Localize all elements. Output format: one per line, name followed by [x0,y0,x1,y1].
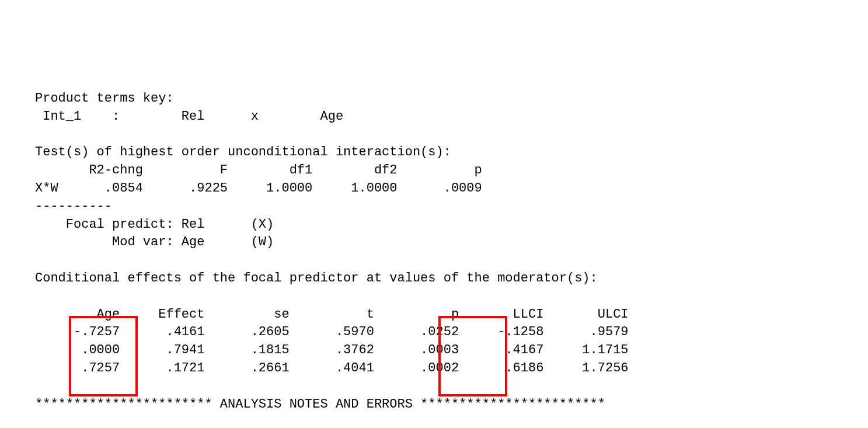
separator: ---------- [35,199,112,214]
conditional-row-3: .7257 .1721 .2661 .4041 .0002 .6186 1.72… [35,361,629,375]
output-text: Product terms key: Int_1 : Rel x Age Tes… [0,72,868,428]
conditional-row-1: -.7257 .4161 .2605 .5970 .0252 -.1258 .9… [35,325,629,339]
mod-var: Mod var: Age (W) [35,235,274,249]
conditional-header: Age Effect se t p LLCI ULCI [35,307,629,322]
test-highest-row: X*W .0854 .9225 1.0000 1.0000 .0009 [35,181,482,196]
notes-banner: *********************** ANALYSIS NOTES A… [35,397,605,412]
focal-predict: Focal predict: Rel (X) [35,217,274,232]
conditional-title: Conditional effects of the focal predict… [35,271,598,286]
test-highest-title: Test(s) of highest order unconditional i… [35,145,451,159]
conditional-row-2: .0000 .7941 .1815 .3762 .0003 .4167 1.17… [35,343,629,357]
product-terms-title: Product terms key: [35,91,174,106]
test-highest-header: R2-chng F df1 df2 p [35,163,482,178]
product-terms-line: Int_1 : Rel x Age [35,109,343,124]
